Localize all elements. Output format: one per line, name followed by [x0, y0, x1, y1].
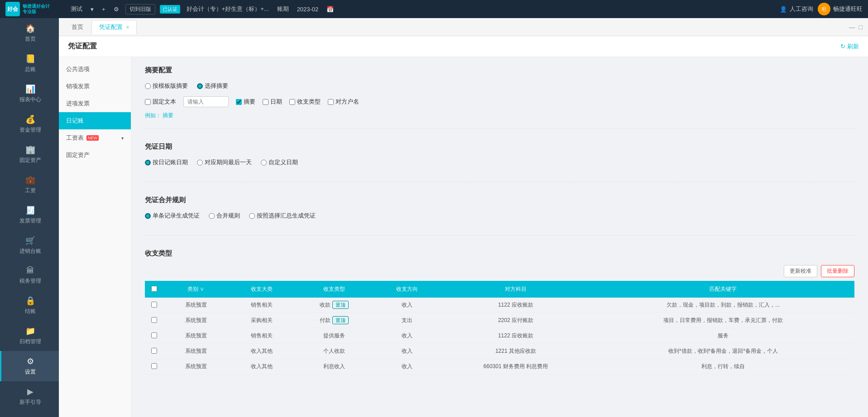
date-checkbox-input[interactable] [263, 99, 269, 105]
reports-icon: 📊 [25, 84, 35, 94]
sidebar-item-close[interactable]: 🔒 结账 [0, 290, 59, 321]
radio-single[interactable]: 单条记录生成凭证 [145, 212, 200, 220]
sidebar-item-settings[interactable]: ⚙ 设置 [0, 351, 59, 381]
fixed-text-input[interactable] [183, 96, 229, 107]
date-checkbox[interactable]: 日期 [263, 98, 282, 106]
sidebar-item-label: 进销台账 [19, 247, 41, 255]
radio-summary-gen-input[interactable] [249, 213, 255, 219]
fixed-text-checkbox-input[interactable] [145, 99, 151, 105]
leftnav-item-purchase-inv[interactable]: 进项发票 [59, 95, 131, 112]
user-info[interactable]: 旺 畅捷通旺旺 [818, 3, 863, 15]
radio-merge-input[interactable] [209, 213, 215, 219]
radio-summary-gen[interactable]: 按照选择汇总生成凭证 [249, 212, 316, 220]
summary-checkbox-input[interactable] [236, 99, 242, 105]
support-link[interactable]: 👤 人工咨询 [780, 5, 813, 13]
table-row: 系统预置 收入其他 利息收入 收入 660301 财务费用 利息费用 利息，行转… [145, 359, 854, 374]
summary-checkbox[interactable]: 摘要 [236, 98, 255, 106]
radio-journal-date-input[interactable] [145, 160, 151, 166]
counterpart-checkbox-input[interactable] [328, 99, 334, 105]
sidebar-item-ledger[interactable]: 📒 总账 [0, 48, 59, 79]
row-checkbox[interactable] [151, 302, 157, 308]
sidebar-item-home[interactable]: 🏠 首页 [0, 18, 59, 48]
cell-contra-account: 1122 应收账款 [440, 298, 592, 313]
topbar-dropdown-icon[interactable]: ▾ [89, 6, 96, 13]
sidebar-item-archive[interactable]: 📁 归档管理 [0, 321, 59, 351]
counterpart-checkbox[interactable]: 对方户名 [328, 98, 359, 106]
sidebar-item-funds[interactable]: 💰 资金管理 [0, 109, 59, 139]
tab-actions: — □ [849, 24, 863, 31]
voucher-date-radio-group: 按日记账日期 对应期间最后一天 自定义日期 [145, 158, 854, 166]
tab-voucher-config[interactable]: 凭证配置 × [91, 20, 137, 34]
col-major-type: 收支大类 [229, 281, 294, 298]
row-checkbox[interactable] [151, 317, 157, 323]
topbar-tab[interactable]: 测试 [69, 5, 84, 13]
radio-period-last[interactable]: 对应期间最后一天 [197, 158, 252, 166]
sidebar-item-guide[interactable]: ▶ 新手引导 [0, 381, 59, 412]
sidebar-item-salary[interactable]: 💼 工资 [0, 170, 59, 200]
status-badge: 已认证 [160, 5, 180, 14]
cell-keywords: 服务 [592, 328, 854, 344]
sidebar-item-assets[interactable]: 🏢 固定资产 [0, 139, 59, 170]
sidebar-item-invoices[interactable]: 🧾 发票管理 [0, 200, 59, 230]
type-checkbox-input[interactable] [289, 99, 295, 105]
leftnav-item-public[interactable]: 公共选项 [59, 61, 131, 78]
sidebar-item-member[interactable]: 👤 畅会员 [0, 412, 59, 417]
close-period-icon: 🔒 [25, 296, 35, 306]
brand-text: 畅捷通好会计 专业版 [23, 4, 50, 14]
radio-template[interactable]: 按模板版摘要 [145, 82, 188, 90]
sidebar-item-label: 税务管理 [19, 277, 41, 285]
radio-custom-date-input[interactable] [261, 160, 267, 166]
cell-direction: 收入 [374, 298, 440, 313]
update-calibrate-button[interactable]: 更新校准 [784, 265, 817, 277]
topbar-right: 👤 人工咨询 旺 畅捷通旺旺 [780, 3, 863, 15]
batch-delete-button[interactable]: 批量删除 [821, 265, 854, 277]
fixed-text-checkbox[interactable]: 固定文本 [145, 98, 176, 106]
radio-select[interactable]: 选择摘要 [197, 82, 228, 90]
row-checkbox[interactable] [151, 332, 157, 338]
radio-journal-date[interactable]: 按日记账日期 [145, 158, 188, 166]
topbar-settings-icon[interactable]: ⚙ [112, 6, 121, 13]
sidebar-item-reports[interactable]: 📊 报表中心 [0, 79, 59, 109]
radio-select-input[interactable] [197, 83, 203, 89]
sidebar-item-tax[interactable]: 🏛 税务管理 [0, 261, 59, 290]
leftnav-item-salary-table[interactable]: 工资表 NEW ▾ [59, 129, 131, 147]
row-checkbox[interactable] [151, 363, 157, 369]
accounting-info: 好会计（专）+好生意（标）+... [185, 5, 271, 13]
type-checkbox[interactable]: 收支类型 [289, 98, 321, 106]
maximize-icon[interactable]: □ [859, 24, 863, 31]
leftnav-item-sales[interactable]: 销项发票 [59, 78, 131, 95]
income-expense-table: 类别 ∨ 收支大类 收支类型 收支方向 对方科目 匹配关键字 [145, 281, 854, 374]
calendar-icon[interactable]: 📅 [325, 6, 336, 13]
purchase-icon: 🛒 [25, 236, 35, 246]
cell-direction: 收入 [374, 344, 440, 359]
sidebar-item-purchase[interactable]: 🛒 进销台账 [0, 230, 59, 261]
refresh-button[interactable]: ↻ 刷新 [840, 43, 859, 51]
radio-custom-date[interactable]: 自定义日期 [261, 158, 298, 166]
archive-icon: 📁 [25, 326, 35, 336]
leftnav-item-journal[interactable]: 日记账 [59, 112, 131, 129]
top-tag[interactable]: 置顶 [332, 316, 349, 324]
minimize-icon[interactable]: — [849, 24, 855, 31]
sidebar-item-label: 归档管理 [19, 338, 41, 346]
cell-contra-account: 1122 应收账款 [440, 328, 592, 344]
user-name: 畅捷通旺旺 [833, 5, 863, 13]
col-check[interactable] [145, 281, 163, 298]
row-checkbox[interactable] [151, 348, 157, 354]
switch-version-button[interactable]: 切到旧版 [125, 4, 155, 14]
radio-template-input[interactable] [145, 83, 151, 89]
page-title: 凭证配置 [68, 42, 97, 51]
summary-config-section: 摘要配置 按模板版摘要 选择摘要 [145, 66, 854, 129]
radio-merge[interactable]: 合并规则 [209, 212, 240, 220]
sidebar-item-label: 总账 [25, 66, 36, 73]
topbar-add-icon[interactable]: + [100, 6, 107, 13]
tab-home[interactable]: 首页 [64, 20, 91, 34]
tab-close-icon[interactable]: × [126, 24, 129, 30]
table-row: 系统预置 采购相关 付款 置顶 支出 2202 应付账款 项目，日常费用，报销款… [145, 313, 854, 328]
cell-keywords: 利息，行转，续自 [592, 359, 854, 374]
radio-single-input[interactable] [145, 213, 151, 219]
leftnav-item-fixed-assets[interactable]: 固定资产 [59, 147, 131, 164]
config-content: 摘要配置 按模板版摘要 选择摘要 [131, 57, 868, 417]
top-tag[interactable]: 置顶 [332, 301, 349, 309]
radio-period-last-input[interactable] [197, 160, 203, 166]
select-all-checkbox[interactable] [151, 286, 157, 292]
